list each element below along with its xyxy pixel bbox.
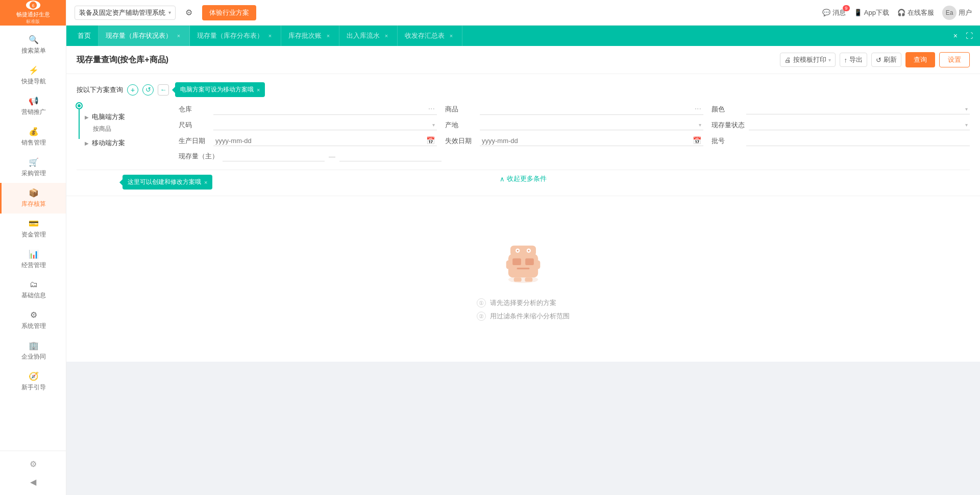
refresh-icon-small: ↺ <box>145 86 151 93</box>
scheme-pc-sub-item1[interactable]: 按商品 <box>93 124 125 134</box>
scheme-tooltip-close[interactable]: × <box>257 87 260 93</box>
tab-collect-close[interactable]: × <box>448 32 455 39</box>
filter-arrow-btn[interactable]: ← <box>158 84 169 96</box>
sidebar-icon-purchase: 🛒 <box>29 157 39 167</box>
warehouse-more[interactable]: ··· <box>428 104 435 113</box>
stock-main-end[interactable] <box>341 152 439 160</box>
expire-date-input[interactable] <box>482 137 691 145</box>
app-logo: 6 畅捷通好生意 标准版 <box>0 0 66 26</box>
size-input[interactable] <box>215 121 432 129</box>
export-btn[interactable]: ↑ 导出 <box>840 53 868 67</box>
color-arrow[interactable]: ▾ <box>965 106 968 112</box>
sidebar-item-search-menu[interactable]: 🔍搜索菜单 <box>0 30 66 60</box>
svg-rect-10 <box>525 277 532 281</box>
goods-input[interactable] <box>482 105 693 113</box>
sidebar-item-basic-info[interactable]: 🗂基础信息 <box>0 275 66 305</box>
tab-home[interactable]: 首页 <box>70 26 99 46</box>
collapse-label: 收起更多条件 <box>507 174 547 183</box>
scheme-mobile[interactable]: ▶ 移动端方案 <box>85 136 125 150</box>
batch-no-input[interactable] <box>748 137 968 145</box>
produce-date-icon[interactable]: 📅 <box>426 136 435 145</box>
tab-batch-close[interactable]: × <box>325 32 332 39</box>
tab-stock-dist-close[interactable]: × <box>266 32 274 39</box>
tip-num-1: ① <box>477 298 486 308</box>
tab-batch[interactable]: 库存批次账 × <box>281 26 339 46</box>
headset-icon: 🎧 <box>897 9 905 16</box>
goods-input-wrapper: ··· <box>480 103 703 115</box>
app-selector[interactable]: 装备及固定资产辅助管理系统 ▾ <box>75 6 176 20</box>
filter-add-btn[interactable]: + <box>127 84 138 96</box>
filter-refresh-btn[interactable]: ↺ <box>142 84 154 96</box>
sidebar-item-purchase[interactable]: 🛒采购管理 <box>0 152 66 183</box>
expire-date-icon[interactable]: 📅 <box>693 136 701 145</box>
create-tooltip-close[interactable]: × <box>204 179 207 185</box>
collapse-icon: ∧ <box>500 175 505 183</box>
refresh-label: 刷新 <box>884 55 897 64</box>
stock-status-arrow[interactable]: ▾ <box>965 122 968 128</box>
sidebar-item-quick-nav[interactable]: ⚡快捷导航 <box>0 60 66 91</box>
sidebar-label-enterprise: 企业协同 <box>21 352 46 361</box>
tab-collect-label: 收发存汇总表 <box>405 31 445 40</box>
stock-main-start[interactable] <box>225 152 323 160</box>
sidebar-icon-finance: 💳 <box>29 219 39 228</box>
origin-label: 产地 <box>445 121 476 130</box>
page-actions: 🖨 按模板打印 ▾ ↑ 导出 ↺ 刷新 查询 设置 <box>780 52 970 67</box>
sidebar-item-guide[interactable]: 🧭新手引导 <box>0 366 66 397</box>
size-arrow[interactable]: ▾ <box>432 122 435 128</box>
online-support-btn[interactable]: 🎧 在线客服 <box>897 8 934 17</box>
filter-size: 尺码 ▾ <box>179 120 437 130</box>
svg-point-14 <box>517 250 519 251</box>
refresh-btn[interactable]: ↺ 刷新 <box>871 53 901 67</box>
tab-collect[interactable]: 收发存汇总表 × <box>398 26 462 46</box>
sidebar-item-sales[interactable]: 💰销售管理 <box>0 122 66 152</box>
color-input[interactable] <box>748 105 965 113</box>
sidebar-item-finance[interactable]: 💳资金管理 <box>0 214 66 244</box>
app-download-label: App下载 <box>864 8 889 17</box>
settings-button[interactable]: 设置 <box>939 52 970 67</box>
export-icon: ↑ <box>844 56 848 64</box>
tab-stock-status-label: 现存量（库存状况表） <box>106 31 172 40</box>
sidebar-item-operations[interactable]: 📊经营管理 <box>0 244 66 275</box>
empty-tip-2: ② 用过滤条件来缩小分析范围 <box>477 312 570 321</box>
scheme-tooltip: 电脑方案可设为移动方案哦 × <box>175 82 265 97</box>
page-title-bar: 现存量查询(按仓库+商品) 🖨 按模板打印 ▾ ↑ 导出 ↺ 刷新 <box>66 46 980 74</box>
scheme-pc[interactable]: ▶ 电脑端方案 <box>85 110 125 124</box>
tab-stock-status-close[interactable]: × <box>175 32 182 39</box>
warehouse-input[interactable] <box>215 105 426 113</box>
experience-button[interactable]: 体验行业方案 <box>202 5 256 20</box>
sidebar-label-basic-info: 基础信息 <box>21 291 46 300</box>
sidebar-settings-btn[interactable]: ⚙ <box>0 455 66 473</box>
gear-button[interactable]: ⚙ <box>182 6 196 20</box>
tab-close-all-btn[interactable]: × <box>950 30 961 42</box>
origin-arrow[interactable]: ▾ <box>699 122 701 128</box>
query-button[interactable]: 查询 <box>905 52 935 67</box>
tab-inout-close[interactable]: × <box>383 32 390 39</box>
tab-stock-dist[interactable]: 现存量（库存分布表） × <box>190 26 281 46</box>
sidebar-label-sales: 销售管理 <box>21 138 46 147</box>
sidebar-item-system[interactable]: ⚙系统管理 <box>0 305 66 336</box>
stock-status-input[interactable] <box>751 121 965 129</box>
sidebar-collapse-btn[interactable]: ◀ <box>0 473 66 491</box>
sidebar-item-enterprise[interactable]: 🏢企业协同 <box>0 336 66 366</box>
sidebar-item-marketing[interactable]: 📢营销推广 <box>0 91 66 122</box>
tab-stock-status[interactable]: 现存量（库存状况表） × <box>99 26 190 46</box>
tab-inout[interactable]: 出入库流水 × <box>339 26 398 46</box>
user-btn[interactable]: Ea 用户 <box>942 6 972 20</box>
sidebar-item-inventory[interactable]: 📦库存核算 <box>0 183 66 214</box>
print-arrow: ▾ <box>828 57 831 63</box>
sidebar-label-guide: 新手引导 <box>21 383 46 392</box>
stock-main-dash: — <box>329 153 335 160</box>
tab-fullscreen-btn[interactable]: ⛶ <box>963 30 976 42</box>
sidebar-label-system: 系统管理 <box>21 322 46 331</box>
print-btn[interactable]: 🖨 按模板打印 ▾ <box>780 53 836 67</box>
goods-more[interactable]: ··· <box>695 104 701 113</box>
app-download-btn[interactable]: 📱 App下载 <box>854 8 889 17</box>
top-header: 装备及固定资产辅助管理系统 ▾ ⚙ 体验行业方案 💬 消息 9 📱 App下载 … <box>66 0 980 26</box>
sidebar-label-inventory: 库存核算 <box>21 200 46 208</box>
logo-icon: 6 <box>26 1 40 10</box>
origin-input[interactable] <box>482 121 699 129</box>
filter-batch-no: 批号 <box>712 135 970 146</box>
produce-date-input[interactable] <box>215 137 424 145</box>
filter-color: 颜色 ▾ <box>712 103 970 115</box>
message-btn[interactable]: 💬 消息 9 <box>822 8 846 17</box>
